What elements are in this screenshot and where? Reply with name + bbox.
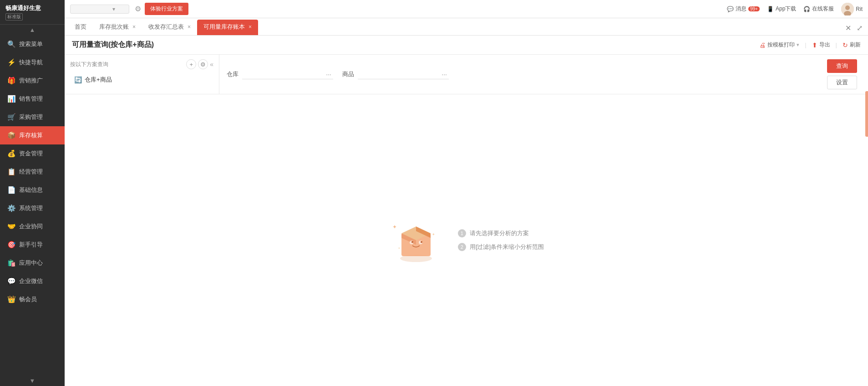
- sidebar-item-cooperation[interactable]: 🤝 企业协同: [0, 217, 65, 236]
- app-download-button[interactable]: 📱 App下载: [767, 5, 796, 13]
- industry-solution-button[interactable]: 体验行业方案: [145, 3, 188, 15]
- tab-home[interactable]: 首页: [68, 20, 93, 35]
- sidebar-item-member[interactable]: 👑 畅会员: [0, 290, 65, 309]
- message-button[interactable]: 💬 消息 99+: [727, 5, 760, 13]
- topbar-gear-icon[interactable]: ⚙: [135, 5, 141, 13]
- cooperation-icon: 🤝: [7, 222, 15, 231]
- scheme-warehouse-goods[interactable]: 🔄 仓库+商品: [70, 73, 213, 87]
- query-button[interactable]: 查询: [827, 59, 857, 73]
- tip-text-2: 用[过滤]条件来缩小分析范围: [470, 243, 544, 251]
- export-icon: ⬆: [812, 41, 817, 49]
- online-service-button[interactable]: 🎧 在线客服: [803, 5, 834, 13]
- goods-label: 商品: [342, 70, 354, 78]
- sidebar-item-quicknav[interactable]: ⚡ 快捷导航: [0, 53, 65, 72]
- tab-available-close-icon[interactable]: ×: [249, 24, 252, 30]
- page-header: 可用量查询(按仓库+商品) 🖨 按模板打印 ▾ | ⬆ 导出 | ↻ 刷新: [65, 36, 868, 55]
- sidebar-item-operation[interactable]: 📋 经营管理: [0, 163, 65, 181]
- sidebar-item-basic[interactable]: 📄 基础信息: [0, 181, 65, 199]
- goods-more-icon[interactable]: ···: [442, 71, 447, 78]
- tip-num-2: 2: [458, 243, 466, 251]
- marketing-icon: 🎁: [7, 77, 15, 85]
- sidebar-item-label: 系统管理: [19, 204, 43, 212]
- sidebar-item-system[interactable]: ⚙️ 系统管理: [0, 199, 65, 217]
- scroll-up-arrow[interactable]: ▲: [0, 25, 65, 35]
- app-tag: 标准版: [5, 13, 23, 21]
- query-area: 按以下方案查询 + ⚙ « 🔄 仓库+商品 仓库: [65, 55, 868, 94]
- sidebar-scroll: 🔍 搜索菜单 ⚡ 快捷导航 🎁 营销推广 📊 销售管理 🛒 采购管理 📦 库存核…: [0, 35, 65, 376]
- app-download-icon: 📱: [767, 6, 774, 12]
- close-tab-button[interactable]: ✕: [843, 23, 853, 33]
- user-profile-button[interactable]: Rit: [841, 3, 863, 15]
- query-action-buttons: 查询 设置: [827, 59, 861, 89]
- goods-input[interactable]: [360, 71, 440, 77]
- sidebar-item-purchase[interactable]: 🛒 采购管理: [0, 108, 65, 126]
- tab-batch-label: 库存批次账: [99, 23, 129, 31]
- goods-field: 商品 ···: [342, 70, 449, 79]
- sidebar-item-label: 应用中心: [19, 259, 43, 267]
- tab-bar: 首页 库存批次账 × 收发存汇总表 × 可用量库存账本 × ✕ ⤢: [65, 18, 868, 36]
- add-scheme-button[interactable]: +: [186, 59, 196, 69]
- tab-batch-close-icon[interactable]: ×: [132, 24, 136, 30]
- message-icon: 💬: [727, 6, 734, 12]
- sidebar-item-newbie[interactable]: 🎯 新手引导: [0, 236, 65, 254]
- system-icon: ⚙️: [7, 204, 15, 212]
- query-scheme-actions: + ⚙ «: [186, 59, 213, 69]
- headset-icon: 🎧: [803, 6, 810, 12]
- settings-scheme-button[interactable]: ⚙: [198, 59, 208, 69]
- purchase-icon: 🛒: [7, 113, 15, 121]
- query-filter-area: 仓库 ··· 商品 ··· 查询 设置: [219, 55, 868, 94]
- svg-text:✦: ✦: [432, 232, 435, 237]
- expand-tab-button[interactable]: ⤢: [855, 23, 864, 33]
- empty-tip-2: 2 用[过滤]条件来缩小分析范围: [458, 243, 544, 251]
- svg-text:✦: ✦: [398, 247, 401, 250]
- sidebar-item-search[interactable]: 🔍 搜索菜单: [0, 35, 65, 53]
- print-label: 按模板打印: [767, 41, 795, 49]
- search-dropdown-icon[interactable]: ▾: [112, 6, 115, 12]
- refresh-icon: ↻: [843, 41, 848, 49]
- warehouse-input[interactable]: [244, 71, 324, 77]
- tab-stock-summary-label: 收发存汇总表: [148, 23, 184, 31]
- query-settings-button[interactable]: 设置: [827, 76, 857, 89]
- tab-bar-actions: ✕ ⤢: [843, 23, 864, 35]
- sidebar-item-label: 采购管理: [19, 113, 43, 121]
- scroll-down-arrow[interactable]: ▼: [0, 376, 65, 386]
- tab-available[interactable]: 可用量库存账本 ×: [197, 20, 258, 35]
- tab-batch[interactable]: 库存批次账 ×: [93, 20, 142, 35]
- app-download-label: App下载: [776, 5, 796, 13]
- sidebar-item-marketing[interactable]: 🎁 营销推广: [0, 72, 65, 90]
- member-icon: 👑: [7, 295, 15, 304]
- warehouse-more-icon[interactable]: ···: [326, 71, 331, 78]
- newbie-icon: 🎯: [7, 241, 15, 249]
- collapse-button[interactable]: «: [210, 61, 213, 68]
- sidebar-item-appstore[interactable]: 🛍️ 应用中心: [0, 254, 65, 272]
- tab-stock-summary-close-icon[interactable]: ×: [188, 24, 191, 30]
- page-title: 可用量查询(按仓库+商品): [72, 40, 154, 50]
- scheme-label: 仓库+商品: [85, 76, 112, 84]
- username-label: Rit: [856, 6, 863, 12]
- sidebar-item-inventory[interactable]: 📦 库存核算: [0, 126, 65, 144]
- sidebar-item-finance[interactable]: 💰 资金管理: [0, 144, 65, 163]
- avatar: [841, 3, 854, 15]
- query-scheme-title: 按以下方案查询: [70, 61, 108, 68]
- search-input[interactable]: [74, 6, 111, 12]
- tab-available-label: 可用量库存账本: [203, 23, 245, 31]
- tab-stock-summary[interactable]: 收发存汇总表 ×: [142, 20, 197, 35]
- print-button[interactable]: 🖨 按模板打印 ▾: [759, 41, 799, 49]
- refresh-button[interactable]: ↻ 刷新: [843, 41, 861, 49]
- sidebar-item-sales[interactable]: 📊 销售管理: [0, 90, 65, 108]
- topbar-search-box[interactable]: ▾: [70, 5, 129, 14]
- sales-icon: 📊: [7, 95, 15, 103]
- print-icon: 🖨: [759, 41, 766, 49]
- export-button[interactable]: ⬆ 导出: [812, 41, 830, 49]
- sidebar: 畅康通好生意 标准版 ▲ 🔍 搜索菜单 ⚡ 快捷导航 🎁 营销推广 📊 销售管理…: [0, 0, 65, 386]
- inventory-icon: 📦: [7, 131, 15, 139]
- sidebar-item-wechat[interactable]: 💬 企业微信: [0, 272, 65, 290]
- tip-text-1: 请先选择要分析的方案: [470, 229, 529, 237]
- content-area: 可用量查询(按仓库+商品) 🖨 按模板打印 ▾ | ⬆ 导出 | ↻ 刷新: [65, 36, 868, 386]
- print-dropdown-icon[interactable]: ▾: [797, 42, 799, 48]
- divider2: |: [836, 41, 837, 48]
- topbar-right: 💬 消息 99+ 📱 App下载 🎧 在线客服: [727, 3, 863, 15]
- export-label: 导出: [819, 41, 830, 49]
- operation-icon: 📋: [7, 168, 15, 176]
- sidebar-item-label: 新手引导: [19, 241, 43, 249]
